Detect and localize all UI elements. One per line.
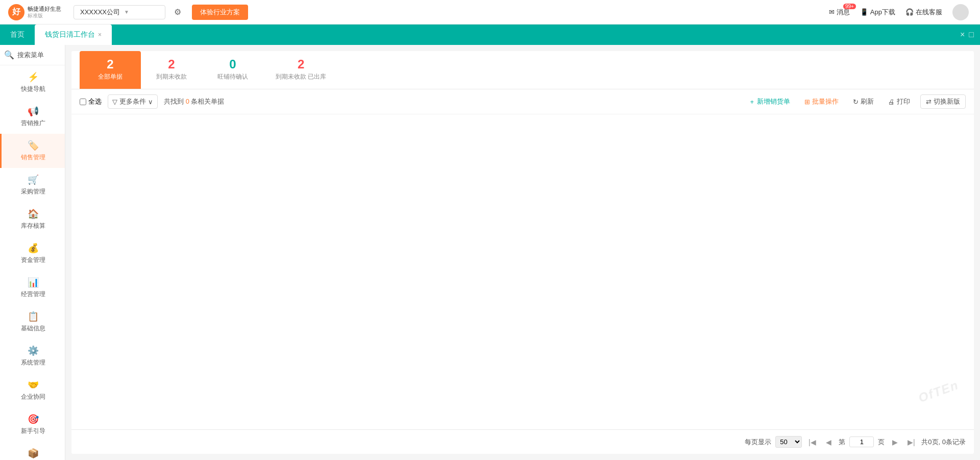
filter-icon: ▽	[112, 98, 117, 106]
sidebar-item-inventory[interactable]: 🏠 库存核算	[0, 202, 65, 236]
stats-tab-overdue-not-shipped[interactable]: 2 到期未收款 已出库	[263, 51, 338, 89]
company-name: XXXXXX公司	[80, 8, 120, 17]
chevron-down-icon: ∨	[148, 98, 153, 106]
marketing-icon: 📢	[28, 106, 39, 117]
sidebar-item-finance[interactable]: 💰 资金管理	[0, 236, 65, 271]
per-page-select[interactable]: 10 20 50 100	[775, 436, 802, 448]
service-icon: 🎧	[905, 8, 914, 16]
refresh-icon: ↻	[853, 98, 859, 106]
switch-version-button[interactable]: ⇄ 切换新版	[920, 94, 966, 109]
first-page-button[interactable]: |◀	[806, 436, 818, 448]
stats-tab-pending-confirm[interactable]: 0 旺铺待确认	[202, 51, 263, 89]
stats-count-overdue-shipped: 2	[298, 57, 304, 71]
sidebar-label: 销售管理	[21, 153, 45, 162]
sidebar-item-quick-nav[interactable]: ⚡ 快捷导航	[0, 65, 65, 100]
tab-workbench[interactable]: 钱货日清工作台 ×	[35, 25, 112, 45]
pagination: 每页显示 10 20 50 100 |◀ ◀ 第 页 ▶ ▶| 共0页, 0条记…	[71, 429, 974, 454]
logo-text: 畅捷通好生意 标准版	[28, 5, 61, 19]
sidebar-item-purchase[interactable]: 🛒 采购管理	[0, 168, 65, 202]
print-icon: 🖨	[888, 98, 895, 106]
quick-nav-icon: ⚡	[28, 71, 39, 83]
content-inner: 2 全部单据 2 到期未收款 0 旺铺待确认 2 到期未收款 已出库	[71, 51, 974, 454]
sidebar-item-guide[interactable]: 🎯 新手引导	[0, 407, 65, 442]
total-info: 共0页, 0条记录	[921, 438, 966, 447]
user-info[interactable]	[952, 4, 972, 20]
stats-count-all: 2	[107, 57, 113, 71]
system-icon: ⚙️	[28, 345, 39, 356]
cooperation-icon: 🤝	[28, 379, 39, 391]
guide-icon: 🎯	[28, 414, 39, 425]
batch-operation-button[interactable]: ⊞ 批量操作	[800, 95, 843, 108]
sidebar-label: 营销推广	[21, 119, 45, 128]
print-button[interactable]: 🖨 打印	[884, 95, 914, 108]
sidebar-label: 经营管理	[21, 290, 45, 299]
sales-icon: 🏷️	[28, 140, 39, 151]
page-input[interactable]	[849, 437, 874, 447]
per-page-label: 每页显示	[745, 438, 771, 447]
table-area	[71, 114, 974, 429]
trial-button[interactable]: 体验行业方案	[192, 5, 248, 20]
sidebar-item-sales[interactable]: 🏷️ 销售管理	[0, 134, 65, 168]
select-all-checkbox[interactable]: 全选	[80, 97, 102, 106]
close-window-icon[interactable]: ×	[960, 30, 965, 39]
sidebar-label: 企业协同	[21, 393, 45, 401]
app-center-icon: 📦	[28, 448, 39, 459]
toolbar: 全选 ▽ 更多条件 ∨ 共找到 0 条相关单据 新增销货单 ⊞ 批量操作	[71, 89, 974, 114]
top-right-area: ✉ 消息 99+ 📱 App下载 🎧 在线客服	[829, 4, 972, 20]
stats-label-all: 全部单据	[98, 72, 122, 81]
company-selector[interactable]: XXXXXX公司 ▼	[74, 5, 165, 19]
tab-nav: 首页 钱货日清工作台 × × □	[0, 25, 980, 45]
select-all-input[interactable]	[80, 99, 86, 105]
batch-icon: ⊞	[804, 98, 810, 106]
tab-nav-controls: × □	[960, 30, 980, 39]
logo-area: 好 畅捷通好生意 标准版	[8, 4, 74, 20]
filter-button[interactable]: ▽ 更多条件 ∨	[108, 94, 158, 109]
sidebar-label: 新手引导	[21, 427, 45, 435]
close-tab-icon[interactable]: ×	[98, 31, 102, 38]
finance-icon: 💰	[28, 243, 39, 254]
search-menu[interactable]: 🔍 搜索菜单	[0, 45, 65, 65]
sidebar-label: 基础信息	[21, 324, 45, 333]
sidebar-item-basic-info[interactable]: 📋 基础信息	[0, 305, 65, 339]
sidebar-item-marketing[interactable]: 📢 营销推广	[0, 100, 65, 134]
message-icon: ✉	[829, 8, 835, 16]
sidebar-item-app-center[interactable]: 📦 应用中心	[0, 442, 65, 460]
page-label: 第	[839, 438, 845, 447]
sidebar-label: 系统管理	[21, 358, 45, 367]
add-sales-order-button[interactable]: 新增销货单	[746, 95, 794, 108]
stats-count-overdue: 2	[168, 57, 175, 71]
basic-info-icon: 📋	[28, 311, 39, 322]
messages-button[interactable]: ✉ 消息 99+	[829, 8, 850, 17]
sidebar-item-operations[interactable]: 📊 经营管理	[0, 271, 65, 305]
main-layout: 🔍 搜索菜单 ⚡ 快捷导航 📢 营销推广 🏷️ 销售管理 🛒 采购管理 🏠 库存…	[0, 45, 980, 460]
download-icon: 📱	[860, 8, 868, 16]
found-count: 共找到 0 条相关单据	[164, 97, 224, 106]
sidebar-item-system[interactable]: ⚙️ 系统管理	[0, 339, 65, 373]
logo-icon: 好	[8, 4, 24, 20]
sidebar: 🔍 搜索菜单 ⚡ 快捷导航 📢 营销推广 🏷️ 销售管理 🛒 采购管理 🏠 库存…	[0, 45, 65, 460]
tab-home[interactable]: 首页	[0, 25, 35, 45]
page-suffix: 页	[878, 438, 885, 447]
settings-icon[interactable]: ⚙	[169, 4, 186, 20]
refresh-button[interactable]: ↻ 刷新	[849, 95, 878, 108]
stats-label-overdue: 到期未收款	[156, 72, 187, 81]
search-icon: 🔍	[4, 50, 14, 60]
next-page-button[interactable]: ▶	[889, 436, 901, 448]
found-count-num: 0	[186, 98, 189, 105]
sidebar-label: 快捷导航	[21, 85, 45, 93]
prev-page-button[interactable]: ◀	[822, 436, 835, 448]
expand-icon[interactable]: □	[969, 30, 974, 39]
content-area: 2 全部单据 2 到期未收款 0 旺铺待确认 2 到期未收款 已出库	[65, 45, 980, 460]
last-page-button[interactable]: ▶|	[905, 436, 917, 448]
stats-tab-all[interactable]: 2 全部单据	[80, 51, 141, 89]
stats-tab-overdue-unpaid[interactable]: 2 到期未收款	[141, 51, 202, 89]
stats-label-pending: 旺铺待确认	[217, 72, 248, 81]
operations-icon: 📊	[28, 277, 39, 288]
sidebar-item-cooperation[interactable]: 🤝 企业协同	[0, 373, 65, 407]
app-download-button[interactable]: 📱 App下载	[860, 8, 895, 17]
sidebar-label: 资金管理	[21, 256, 45, 264]
avatar	[952, 4, 969, 20]
sidebar-label: 库存核算	[21, 222, 45, 230]
online-service-button[interactable]: 🎧 在线客服	[905, 8, 942, 17]
top-bar: 好 畅捷通好生意 标准版 XXXXXX公司 ▼ ⚙ 体验行业方案 ✉ 消息 99…	[0, 0, 980, 25]
